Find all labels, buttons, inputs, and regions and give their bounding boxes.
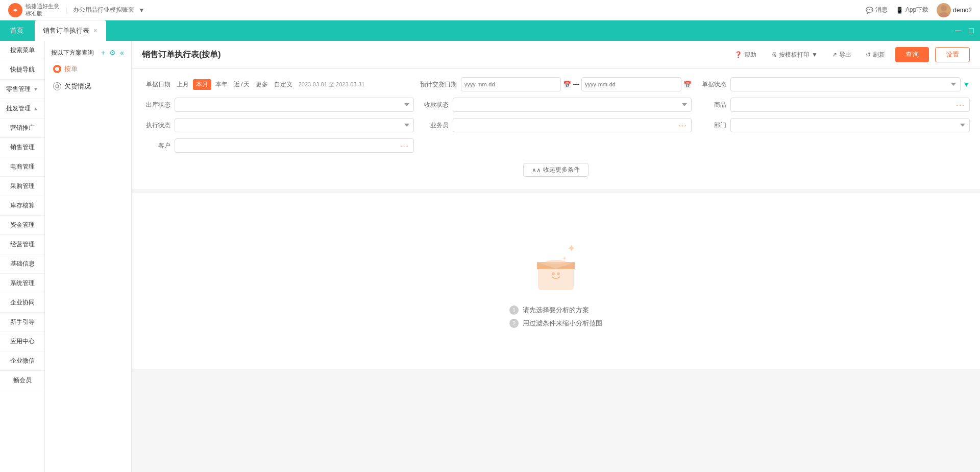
empty-state: ✦ ✦ 1 请先选择要分析的方案 2 用过滤条件来缩小分析范围: [132, 193, 980, 369]
date-btn-custom[interactable]: 自定义: [272, 79, 295, 90]
tab-active[interactable]: 销售订单执行表 ×: [35, 20, 106, 41]
header-right: 💬 消息 📱 App下载 demo2: [866, 3, 972, 17]
payment-status-label: 收款状态: [420, 101, 449, 109]
empty-texts: 1 请先选择要分析的方案 2 用过滤条件来缩小分析范围: [509, 305, 602, 328]
status-expand-icon[interactable]: ▼: [963, 80, 970, 88]
export-btn[interactable]: ↗ 导出: [828, 49, 855, 61]
expected-date-end[interactable]: [581, 77, 681, 91]
collapse-panel-btn[interactable]: «: [119, 48, 125, 57]
svg-point-2: [939, 12, 949, 17]
chevron-up-icon: ▲: [33, 106, 38, 111]
svg-point-4: [56, 85, 59, 88]
sidebar-item-enterprise[interactable]: 企业协同: [0, 293, 44, 313]
sidebar-item-retail[interactable]: 零售管理 ▼: [0, 80, 44, 99]
date-btn-last-month[interactable]: 上月: [175, 79, 191, 90]
left-panel: 按以下方案查询 + ⚙ « 按单 欠货情况: [45, 41, 132, 472]
add-scheme-btn[interactable]: +: [100, 48, 106, 57]
sidebar-item-wholesale[interactable]: 批发管理 ▲: [0, 99, 44, 119]
help-btn[interactable]: ❓ 帮助: [730, 49, 761, 61]
calendar-end-icon[interactable]: 📅: [683, 81, 692, 88]
sidebar-item-sales[interactable]: 销售管理: [0, 138, 44, 157]
calendar-start-icon[interactable]: 📅: [563, 81, 571, 88]
tab-minimize-btn[interactable]: ─: [953, 25, 963, 37]
expected-date-label: 预计交货日期: [420, 80, 457, 89]
filter-row-4: 客户 ···: [142, 138, 970, 153]
collapse-filters-btn[interactable]: ∧∧ 收起更多条件: [523, 163, 589, 177]
expected-date-start[interactable]: [461, 77, 561, 91]
sidebar-item-inventory[interactable]: 库存核算: [0, 196, 44, 216]
date-label: 单据日期: [142, 80, 170, 89]
sidebar-item-purchase[interactable]: 采购管理: [0, 177, 44, 196]
header-left: 畅捷通好生意 标准版 | 办公用品行业模拟账套 ▼: [8, 3, 144, 17]
left-panel-header: 按以下方案查询 + ⚙ «: [45, 45, 131, 60]
settings-display-btn[interactable]: 设置: [935, 47, 970, 62]
filter-group-payment-status: 收款状态 未收款 部分收款 全部收款: [420, 98, 692, 112]
message-icon: 💬: [866, 7, 873, 14]
print-template-btn[interactable]: 🖨 按模板打印 ▼: [767, 49, 822, 61]
sidebar-item-finance[interactable]: 资金管理: [0, 216, 44, 235]
warehouse-status-select[interactable]: 未出库 部分出库 全部出库: [175, 98, 414, 112]
left-panel-item-shortage[interactable]: 欠货情况: [45, 78, 131, 95]
sidebar-item-guide[interactable]: 新手引导: [0, 313, 44, 332]
message-action[interactable]: 💬 消息: [866, 6, 888, 14]
print-icon: 🖨: [771, 51, 777, 58]
sidebar-item-ecommerce[interactable]: 电商管理: [0, 157, 44, 177]
customer-label: 客户: [142, 141, 170, 150]
print-dropdown-icon: ▼: [812, 51, 818, 58]
empty-illustration: ✦ ✦: [525, 234, 586, 295]
left-panel-item-by-order[interactable]: 按单: [45, 60, 131, 78]
status-select[interactable]: 待审核 已审核 已关闭: [730, 77, 961, 91]
tab-maximize-btn[interactable]: □: [967, 25, 976, 37]
date-btn-this-month[interactable]: 本月: [193, 79, 211, 90]
goods-dots-icon: ···: [956, 101, 965, 109]
sidebar-item-marketing[interactable]: 营销推广: [0, 119, 44, 138]
exec-status-select[interactable]: 未执行 部分执行 全部执行: [175, 118, 414, 132]
svg-point-11: [557, 272, 560, 275]
sidebar-item-apps[interactable]: 应用中心: [0, 332, 44, 351]
date-btn-this-year[interactable]: 本年: [213, 79, 230, 90]
logo-text: 畅捷通好生意 标准版: [26, 3, 59, 16]
department-select[interactable]: [730, 118, 970, 132]
filter-section: 单据日期 上月 本月 本年 近7天 更多 自定义 2023-03-01 至 20…: [132, 69, 980, 189]
date-btn-more[interactable]: 更多: [254, 79, 270, 90]
goods-trigger[interactable]: ···: [730, 98, 970, 112]
app-download-action[interactable]: 📱 App下载: [896, 6, 928, 14]
salesperson-trigger[interactable]: ···: [453, 118, 692, 132]
filter-group-date: 单据日期 上月 本月 本年 近7天 更多 自定义 2023-03-01 至 20…: [142, 79, 414, 90]
payment-status-select[interactable]: 未收款 部分收款 全部收款: [453, 98, 692, 112]
filter-row-3: 执行状态 未执行 部分执行 全部执行 业务员 ···: [142, 118, 970, 132]
hint-num-1: 1: [509, 305, 519, 315]
filter-row-1: 单据日期 上月 本月 本年 近7天 更多 自定义 2023-03-01 至 20…: [142, 77, 970, 91]
refresh-btn[interactable]: ↺ 刷新: [862, 49, 889, 61]
empty-hint-1: 1 请先选择要分析的方案: [509, 305, 602, 315]
sidebar-search-menu[interactable]: 搜索菜单: [0, 41, 44, 60]
exec-status-label: 执行状态: [142, 121, 170, 130]
svg-point-1: [941, 5, 947, 11]
page-actions: ❓ 帮助 🖨 按模板打印 ▼ ↗ 导出 ↺ 刷新 查询 设置: [730, 47, 970, 62]
user-area[interactable]: demo2: [937, 3, 972, 17]
page-header: 销售订单执行表(按单) ❓ 帮助 🖨 按模板打印 ▼ ↗ 导出 ↺ 刷新: [132, 41, 980, 69]
tab-home[interactable]: 首页: [0, 20, 34, 41]
tab-close-btn[interactable]: ×: [92, 27, 98, 35]
filter-group-department: 部门: [698, 118, 970, 132]
sidebar-item-operations[interactable]: 经营管理: [0, 235, 44, 254]
date-btn-7days[interactable]: 近7天: [232, 79, 252, 90]
query-btn[interactable]: 查询: [895, 47, 929, 62]
breadcrumb-separator: |: [65, 6, 67, 14]
page-title: 销售订单执行表(按单): [142, 50, 221, 60]
status-label: 单据状态: [698, 80, 726, 89]
refresh-icon: ↺: [866, 51, 871, 58]
sidebar-item-member[interactable]: 畅会员: [0, 371, 44, 390]
salesperson-dots-icon: ···: [678, 121, 688, 129]
app-logo: [8, 3, 22, 17]
filter-group-customer: 客户 ···: [142, 138, 414, 153]
sidebar-item-basics[interactable]: 基础信息: [0, 254, 44, 274]
filter-group-warehouse-status: 出库状态 未出库 部分出库 全部出库: [142, 98, 414, 112]
customer-trigger[interactable]: ···: [175, 138, 414, 153]
breadcrumb-dropdown[interactable]: ▼: [138, 7, 144, 14]
sidebar-item-wechat[interactable]: 企业微信: [0, 351, 44, 371]
scheme-settings-btn[interactable]: ⚙: [108, 48, 117, 57]
sidebar-quick-nav[interactable]: 快捷导航: [0, 60, 44, 80]
sidebar-item-system[interactable]: 系统管理: [0, 274, 44, 293]
expected-date-control: 📅 — 📅: [461, 77, 692, 91]
